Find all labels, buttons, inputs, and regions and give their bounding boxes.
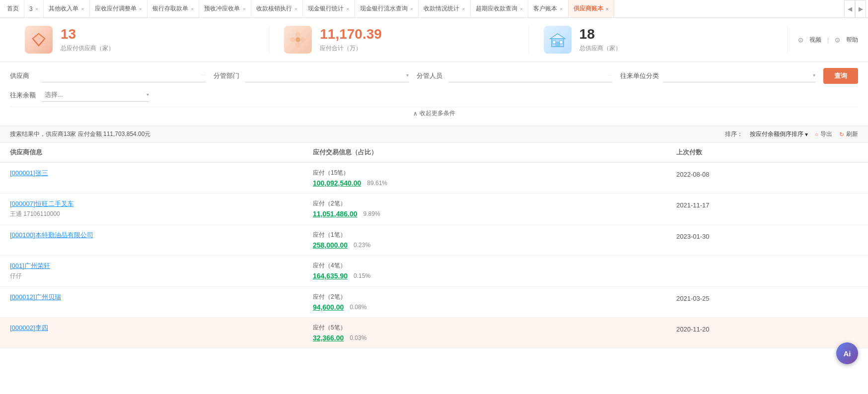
table-header: 供应商信息 应付交易信息（占比） 上次付数 xyxy=(0,143,868,163)
collapse-filter-button[interactable]: ∧ 收起更多条件 xyxy=(10,107,858,120)
total-payable-amount-label: 应付合计（万） xyxy=(320,44,382,53)
nav-tab-cash-bank-stats-close[interactable]: × xyxy=(346,6,349,12)
help-link[interactable]: 帮助 xyxy=(846,36,858,44)
nav-tab-advance-write-off-close[interactable]: × xyxy=(242,6,245,12)
supplier-link-row2[interactable]: [000007]恒旺二手叉车 xyxy=(10,199,313,208)
ai-button[interactable]: Ai xyxy=(836,342,858,364)
trans-amount-row6[interactable]: 32,366.00 xyxy=(313,334,344,342)
nav-tab-customer-account-close[interactable]: × xyxy=(560,6,563,12)
balance-arrow-icon[interactable]: ▾ xyxy=(146,92,149,97)
nav-arrow-right[interactable]: ▶ xyxy=(855,0,866,18)
nav-tab-other-income-close[interactable]: × xyxy=(81,6,84,12)
nav-tab-collection-verify[interactable]: 收款核销执行 × xyxy=(251,0,303,18)
total-payable-suppliers-label: 总应付供应商（家） xyxy=(61,44,114,53)
nav-tab-cash-bank-flow-close[interactable]: × xyxy=(410,6,413,12)
supplier-link-row4[interactable]: [001]广州荣轩 xyxy=(10,262,313,270)
link-divider: | xyxy=(827,36,829,43)
help-circle-icon: ⊙ xyxy=(835,36,840,44)
table-row[interactable]: [000007]恒旺二手叉车 王通 17106110000 应付（2笔） 11,… xyxy=(0,194,868,225)
trans-row2: 11,051,486.00 9.89% xyxy=(313,210,676,218)
nav-tab-collection-verify-close[interactable]: × xyxy=(294,6,297,12)
supplier-link-row3[interactable]: [000100]本特勤油品有限公司 xyxy=(10,231,313,240)
video-link[interactable]: 视频 xyxy=(809,36,821,44)
nav-tab-home[interactable]: 首页 xyxy=(2,0,24,18)
supplier-link-row6[interactable]: [000002]李四 xyxy=(10,324,313,332)
nav-tab-advance-write-off-label: 预收冲应收单 xyxy=(204,4,240,13)
svg-rect-11 xyxy=(560,41,563,44)
nav-tab-advance-write-off[interactable]: 预收冲应收单 × xyxy=(199,0,251,18)
nav-tab-supplier-account-label: 供应商账本 xyxy=(574,4,603,13)
supplier-input[interactable] xyxy=(42,69,201,81)
supplier-info-row2: [000007]恒旺二手叉车 王通 17106110000 xyxy=(10,199,313,218)
nav-arrows: ◀ ▶ xyxy=(844,0,866,18)
trans-label-row4: 应付（4笔） xyxy=(313,262,676,270)
supplier-link-row1[interactable]: [000001]张三 xyxy=(10,169,313,178)
supplier-name-row1: 张三 xyxy=(35,169,48,177)
filter-row-2: 往来余额 ▾ xyxy=(10,89,858,102)
trans-amount-row1[interactable]: 100,092,540.00 xyxy=(313,179,361,187)
col-header-last-payment: 上次付数 xyxy=(676,148,858,157)
nav-tab-overdue-query[interactable]: 超期应收款查询 × xyxy=(471,0,528,18)
nav-tab-cash-bank-flow[interactable]: 现金银行流水查询 × xyxy=(355,0,419,18)
nav-tab-other-income-label: 其他收入单 xyxy=(49,4,78,13)
trans-amount-row2[interactable]: 11,051,486.00 xyxy=(313,210,358,218)
nav-arrow-left[interactable]: ◀ xyxy=(844,0,855,18)
supplier-sub-row4: 仔仔 xyxy=(10,272,313,280)
nav-tab-home-label: 首页 xyxy=(7,4,19,13)
nav-tab-bank-deposit-close[interactable]: × xyxy=(191,6,194,12)
summary-content-total-suppliers: 18 总供应商（家） xyxy=(579,27,621,53)
total-suppliers-number: 18 xyxy=(579,27,621,42)
category-arrow-icon[interactable]: ▾ xyxy=(813,72,815,78)
nav-tab-ap-adjust-close[interactable]: × xyxy=(139,6,142,12)
svg-point-3 xyxy=(295,32,300,38)
nav-tab-ap-adjust[interactable]: 应收应付调整单 × xyxy=(90,0,147,18)
refresh-button[interactable]: ↻ 刷新 xyxy=(839,130,858,138)
supplier-link-row5[interactable]: [000012]广州贝瑞 xyxy=(10,293,313,302)
table-row[interactable]: [000001]张三 应付（15笔） 100,092,540.00 89.61%… xyxy=(0,163,868,194)
data-table: 供应商信息 应付交易信息（占比） 上次付数 [000001]张三 应付（15笔）… xyxy=(0,143,868,394)
sort-select[interactable]: 按应付余额倒序排序 ▾ xyxy=(750,130,808,138)
export-button[interactable]: ○ 导出 xyxy=(815,130,832,138)
filter-dept: 分管部门 ▾ xyxy=(214,69,409,82)
nav-tab-collection-stats-close[interactable]: × xyxy=(462,6,465,12)
query-button[interactable]: 查询 xyxy=(823,68,858,84)
col-header-supplier: 供应商信息 xyxy=(10,148,313,157)
dept-arrow-icon[interactable]: ▾ xyxy=(406,72,409,78)
filter-category: 往来单位分类 ▾ xyxy=(620,69,816,82)
balance-input[interactable] xyxy=(42,89,146,100)
transaction-info-row4: 应付（4笔） 164,635.90 0.15% xyxy=(313,262,676,280)
nav-tab-cash-bank-stats-label: 现金银行统计 xyxy=(308,4,344,13)
nav-tab-supplier-account-close[interactable]: × xyxy=(606,6,609,12)
trans-amount-row4[interactable]: 164,635.90 xyxy=(313,272,348,280)
trans-amount-row3[interactable]: 258,000.00 xyxy=(313,241,348,249)
last-payment-row4 xyxy=(676,262,858,263)
supplier-info-row4: [001]广州荣轩 仔仔 xyxy=(10,262,313,280)
person-input[interactable] xyxy=(448,69,608,81)
category-input[interactable] xyxy=(663,69,813,81)
dept-input[interactable] xyxy=(245,69,407,81)
table-row[interactable]: [000012]广州贝瑞 应付（2笔） 94,600.00 0.08% 2021… xyxy=(0,287,868,318)
diamond-icon xyxy=(25,26,53,54)
nav-tab-3[interactable]: 3 × xyxy=(24,0,44,18)
last-payment-row1: 2022-08-08 xyxy=(676,169,858,178)
nav-tab-bank-deposit[interactable]: 银行存取款单 × xyxy=(147,0,199,18)
nav-tab-customer-account[interactable]: 客户账本 × xyxy=(528,0,568,18)
table-row[interactable]: [001]广州荣轩 仔仔 应付（4笔） 164,635.90 0.15% xyxy=(0,256,868,287)
filter-person: 分管人员 ··· xyxy=(417,69,612,82)
person-ellipsis-icon[interactable]: ··· xyxy=(608,72,612,78)
table-row[interactable]: [000002]李四 应付（5笔） 32,366.00 0.03% 2020-1… xyxy=(0,318,868,348)
summary-card-payable: 11,170.39 应付合计（万） xyxy=(269,26,528,54)
nav-tab-collection-stats[interactable]: 收款情况统计 × xyxy=(419,0,470,18)
nav-tab-other-income[interactable]: 其他收入单 × xyxy=(44,0,89,18)
supplier-info-row1: [000001]张三 xyxy=(10,169,313,178)
nav-tab-supplier-account[interactable]: 供应商账本 × xyxy=(569,0,614,18)
total-payable-suppliers-number: 13 xyxy=(61,27,114,42)
trans-amount-row5[interactable]: 94,600.00 xyxy=(313,303,344,311)
svg-point-2 xyxy=(295,37,300,42)
nav-tab-overdue-query-close[interactable]: × xyxy=(520,6,523,12)
last-payment-row6: 2020-11-20 xyxy=(676,324,858,333)
table-row[interactable]: [000100]本特勤油品有限公司 应付（1笔） 258,000.00 0.23… xyxy=(0,225,868,256)
nav-tab-3-close[interactable]: × xyxy=(35,6,38,12)
nav-tab-cash-bank-stats[interactable]: 现金银行统计 × xyxy=(303,0,355,18)
supplier-ellipsis-icon[interactable]: ··· xyxy=(201,72,205,78)
